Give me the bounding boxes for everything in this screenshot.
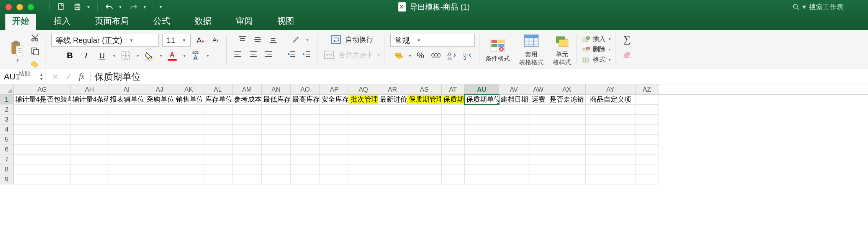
cell-AJ1[interactable]: 采购单位: [145, 95, 174, 105]
cell-AN3[interactable]: [262, 115, 291, 125]
tab-home[interactable]: 开始: [5, 13, 36, 30]
cell-AK2[interactable]: [174, 105, 203, 115]
cell-AT3[interactable]: [442, 115, 465, 125]
cell-AH1[interactable]: 辅计量4条码: [71, 95, 108, 105]
font-color-button[interactable]: A: [167, 50, 178, 61]
cell-AQ2[interactable]: [349, 105, 378, 115]
cell-AJ3[interactable]: [145, 115, 174, 125]
column-header-AM[interactable]: AM: [233, 84, 262, 94]
cell-AO7[interactable]: [291, 155, 320, 165]
cell-AG1[interactable]: 辅计量4是否包装单位: [14, 95, 71, 105]
cell-AP8[interactable]: [320, 165, 349, 174]
cell-AW7[interactable]: [529, 155, 548, 165]
cell-AT1[interactable]: 保质期: [442, 95, 465, 105]
format-cells-button[interactable]: 格式▾: [582, 55, 611, 64]
format-as-table-button[interactable]: 套用 表格格式: [519, 32, 544, 67]
cut-icon[interactable]: [29, 32, 41, 44]
cell-AU8[interactable]: [465, 165, 499, 174]
cell-AS1[interactable]: 保质期管理: [407, 95, 442, 105]
cell-AM4[interactable]: [233, 125, 262, 135]
cell-AV4[interactable]: [499, 125, 529, 135]
column-header-AL[interactable]: AL: [203, 84, 233, 94]
italic-button[interactable]: I: [80, 50, 92, 61]
column-header-AN[interactable]: AN: [262, 84, 291, 94]
cell-AL1[interactable]: 库存单位: [203, 95, 233, 105]
align-right-icon[interactable]: [263, 48, 274, 60]
cell-AX8[interactable]: [548, 165, 586, 174]
cell-AP7[interactable]: [320, 155, 349, 165]
cell-AK6[interactable]: [174, 145, 203, 155]
column-header-AZ[interactable]: AZ: [635, 84, 658, 94]
bold-button[interactable]: B: [64, 50, 76, 61]
cell-AN4[interactable]: [262, 125, 291, 135]
cell-AH5[interactable]: [71, 135, 108, 145]
column-header-AQ[interactable]: AQ: [349, 84, 378, 94]
redo-icon[interactable]: [129, 2, 138, 12]
cell-AK3[interactable]: [174, 115, 203, 125]
cell-AW5[interactable]: [529, 135, 548, 145]
cell-AQ8[interactable]: [349, 165, 378, 174]
column-header-AU[interactable]: AU: [465, 84, 499, 94]
insert-cells-button[interactable]: 插入▾: [582, 35, 611, 43]
qat-customize-icon[interactable]: ▼: [159, 4, 163, 10]
search-box[interactable]: ▾: [793, 3, 863, 11]
cell-AY8[interactable]: [586, 165, 635, 174]
decrease-decimal-icon[interactable]: .00.0: [461, 50, 472, 61]
undo-icon[interactable]: [105, 2, 114, 12]
cell-AJ2[interactable]: [145, 105, 174, 115]
cell-AW1[interactable]: 运费: [529, 95, 548, 105]
cell-AI6[interactable]: [108, 145, 145, 155]
save-icon[interactable]: [73, 2, 82, 12]
cell-AP3[interactable]: [320, 115, 349, 125]
save-dropdown-icon[interactable]: ▼: [87, 5, 90, 9]
borders-button[interactable]: [120, 50, 131, 61]
cell-AN2[interactable]: [262, 105, 291, 115]
cell-AK7[interactable]: [174, 155, 203, 165]
comma-icon[interactable]: 000: [430, 50, 442, 61]
cell-AH6[interactable]: [71, 145, 108, 155]
cell-AO6[interactable]: [291, 145, 320, 155]
cell-AW8[interactable]: [529, 165, 548, 174]
cell-AT9[interactable]: [442, 174, 465, 184]
cell-AP4[interactable]: [320, 125, 349, 135]
fill-color-button[interactable]: [143, 50, 155, 61]
row-header-6[interactable]: 6: [0, 145, 14, 155]
align-left-icon[interactable]: [232, 48, 244, 60]
cell-AG3[interactable]: [14, 115, 71, 125]
column-header-AS[interactable]: AS: [407, 84, 442, 94]
decrease-indent-icon[interactable]: [286, 48, 297, 60]
cell-AW6[interactable]: [529, 145, 548, 155]
cell-AR3[interactable]: [378, 115, 407, 125]
cell-AJ9[interactable]: [145, 174, 174, 184]
cell-AX4[interactable]: [548, 125, 586, 135]
cell-AX7[interactable]: [548, 155, 586, 165]
cell-AL4[interactable]: [203, 125, 233, 135]
cell-AQ6[interactable]: [349, 145, 378, 155]
cell-AZ3[interactable]: [635, 115, 658, 125]
tab-insert[interactable]: 插入: [47, 13, 77, 30]
cell-AI1[interactable]: 报表辅单位: [108, 95, 145, 105]
cell-AV7[interactable]: [499, 155, 529, 165]
cell-AH3[interactable]: [71, 115, 108, 125]
cell-AV9[interactable]: [499, 174, 529, 184]
close-window-button[interactable]: [5, 4, 12, 10]
spreadsheet-grid[interactable]: AGAHAIAJAKALAMANAOAPAQARASATAUAVAWAXAYAZ…: [0, 84, 868, 184]
cell-AT6[interactable]: [442, 145, 465, 155]
cell-AZ9[interactable]: [635, 174, 658, 184]
align-bottom-icon[interactable]: [267, 34, 279, 45]
cell-AN6[interactable]: [262, 145, 291, 155]
cell-AZ5[interactable]: [635, 135, 658, 145]
row-header-9[interactable]: 9: [0, 174, 14, 184]
cell-AM2[interactable]: [233, 105, 262, 115]
column-header-AR[interactable]: AR: [378, 84, 407, 94]
cell-AO9[interactable]: [291, 174, 320, 184]
cell-AH2[interactable]: [71, 105, 108, 115]
number-format-combo[interactable]: 常规▼: [390, 34, 475, 47]
column-header-AH[interactable]: AH: [71, 84, 108, 94]
cancel-formula-icon[interactable]: ✕: [52, 72, 59, 81]
currency-icon[interactable]: [393, 50, 405, 61]
cell-AS7[interactable]: [407, 155, 442, 165]
cell-AS2[interactable]: [407, 105, 442, 115]
cell-AY7[interactable]: [586, 155, 635, 165]
cell-AG7[interactable]: [14, 155, 71, 165]
